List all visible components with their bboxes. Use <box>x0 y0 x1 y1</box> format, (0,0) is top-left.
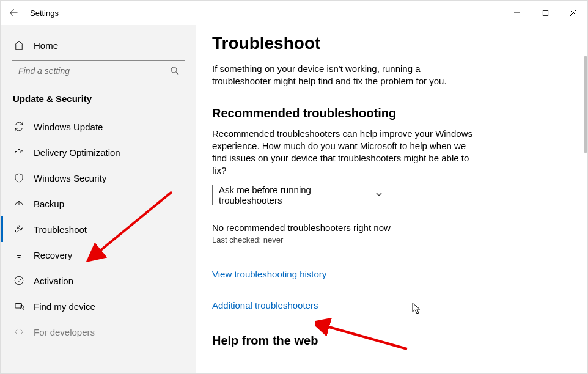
titlebar: Settings <box>1 1 587 25</box>
mouse-cursor-icon <box>412 302 422 315</box>
page-title: Troubleshoot <box>212 34 587 53</box>
find-device-icon <box>13 300 25 312</box>
section-recommended-body: Recommended troubleshooters can help imp… <box>212 128 475 177</box>
home-icon <box>13 39 25 51</box>
check-circle-icon <box>13 274 25 287</box>
sidebar-item-activation[interactable]: Activation <box>1 268 196 293</box>
category-title: Update & Security <box>1 90 196 114</box>
intro-text: If something on your device isn't workin… <box>212 63 481 88</box>
backup-icon <box>13 197 25 210</box>
section-help-from-web-title: Help from the web <box>212 334 587 348</box>
no-recommended-text: No recommended troubleshooters right now <box>212 222 587 233</box>
svg-point-2 <box>15 276 23 285</box>
link-additional-troubleshooters[interactable]: Additional troubleshooters <box>212 300 318 310</box>
sidebar-item-label: Recovery <box>34 250 72 260</box>
sidebar-item-label: For developers <box>34 327 95 337</box>
window-title: Settings <box>30 9 503 18</box>
last-checked-text: Last checked: never <box>212 235 587 244</box>
sidebar-item-windows-security[interactable]: Windows Security <box>1 165 196 191</box>
sidebar-item-recovery[interactable]: Recovery <box>1 242 196 268</box>
recovery-icon <box>13 249 25 261</box>
minimize-button[interactable] <box>503 1 531 25</box>
sidebar-item-find-my-device[interactable]: Find my device <box>1 293 196 319</box>
sidebar-item-label: Activation <box>34 276 73 286</box>
sidebar-item-troubleshoot[interactable]: Troubleshoot <box>1 216 196 242</box>
section-recommended-title: Recommended troubleshooting <box>212 106 587 120</box>
content-pane: Troubleshoot If something on your device… <box>196 25 587 374</box>
search-icon <box>169 65 180 76</box>
sidebar-item-label: Backup <box>34 199 64 209</box>
sidebar-item-label: Windows Update <box>34 122 103 132</box>
nav-home[interactable]: Home <box>1 32 196 58</box>
sidebar-item-backup[interactable]: Backup <box>1 191 196 216</box>
scrollbar[interactable] <box>584 56 587 153</box>
sidebar-item-label: Windows Security <box>34 173 106 183</box>
wrench-icon <box>13 223 25 235</box>
dropdown-value: Ask me before running troubleshooters <box>219 185 375 205</box>
chevron-down-icon <box>375 189 383 200</box>
maximize-button[interactable] <box>531 1 559 25</box>
sync-icon <box>13 120 25 133</box>
sidebar-item-windows-update[interactable]: Windows Update <box>1 114 196 139</box>
sidebar: Home Update & Security Windows Update De… <box>1 25 196 374</box>
sidebar-item-delivery-optimization[interactable]: Delivery Optimization <box>1 139 196 165</box>
code-icon <box>13 326 25 338</box>
troubleshoot-preference-dropdown[interactable]: Ask me before running troubleshooters <box>212 185 389 205</box>
sidebar-item-label: Troubleshoot <box>34 224 87 235</box>
sidebar-item-for-developers[interactable]: For developers <box>1 319 196 345</box>
shield-icon <box>13 172 25 184</box>
sidebar-item-label: Find my device <box>34 301 95 312</box>
link-view-history[interactable]: View troubleshooting history <box>212 269 326 279</box>
back-button[interactable] <box>1 1 25 25</box>
close-button[interactable] <box>559 1 587 25</box>
svg-point-1 <box>171 67 177 73</box>
svg-rect-0 <box>543 10 548 15</box>
delivery-icon <box>13 146 25 158</box>
sidebar-item-label: Delivery Optimization <box>34 147 120 158</box>
search-input[interactable] <box>12 61 185 81</box>
nav-home-label: Home <box>34 40 58 51</box>
